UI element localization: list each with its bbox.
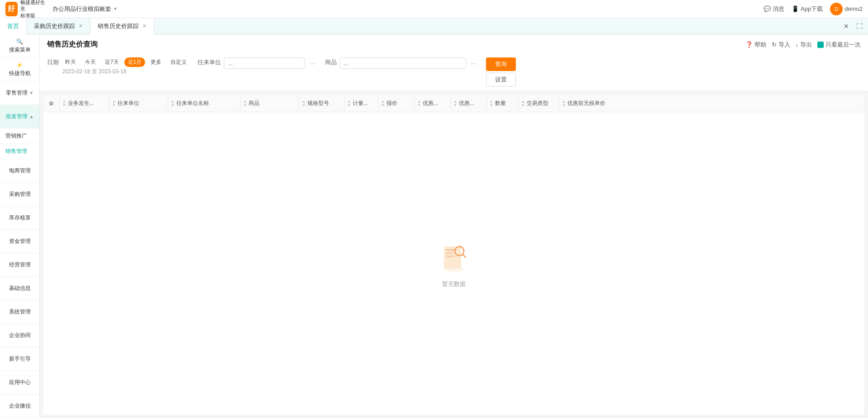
help-button[interactable]: ❓ 帮助	[745, 41, 766, 49]
export-button[interactable]: ↓ 导出	[796, 41, 812, 49]
th-qty[interactable]: ▲▼ 数量	[487, 96, 519, 111]
sidebar-item-wholesale[interactable]: 批发管理 ▲	[0, 105, 39, 128]
empty-state: 暂无数据	[43, 112, 864, 414]
product-label: 商品	[325, 57, 337, 66]
date-chips: 昨天 今天 近7天 近1月 更多 自定义	[61, 57, 190, 67]
sidebar-item-system[interactable]: 系统管理	[0, 300, 39, 324]
close-tab-purchase-icon[interactable]: ✕	[79, 23, 83, 29]
chip-7days[interactable]: 近7天	[101, 57, 123, 67]
sidebar-item-marketing[interactable]: 营销推广	[0, 128, 39, 144]
content-area: 销售历史价查询 ❓ 帮助 ↻ 导入 ↓ 导出	[40, 34, 868, 418]
logo-area: 好 畅捷通好生意 标准版	[5, 0, 45, 19]
sidebar-item-purchase[interactable]: 采购管理	[0, 183, 39, 206]
sidebar-item-basic-info[interactable]: 基础信息	[0, 277, 39, 300]
sidebar-item-quick-nav[interactable]: ⚡ 快捷导航	[0, 58, 39, 81]
empty-illustration	[436, 238, 472, 275]
sort-arrows-product: ▲▼	[243, 100, 247, 107]
tab-purchase-history[interactable]: 采购历史价跟踪 ✕	[27, 18, 90, 34]
table-header: ⚙ ▲▼ 业务发生... ▲▼ 往来单位 ▲▼ 往来单位名称 ▲▼ 商品	[43, 95, 864, 112]
import-icon: ↻	[772, 41, 777, 48]
only-last-toggle[interactable]: 只看最后一次	[817, 41, 861, 49]
app-download-button[interactable]: 📱 App下载	[792, 5, 823, 13]
sidebar-item-enterprise[interactable]: 企业协同	[0, 324, 39, 347]
page-title-row: 销售历史价查询 ❓ 帮助 ↻ 导入 ↓ 导出	[47, 40, 861, 49]
th-discount2[interactable]: ▲▼ 优惠...	[451, 96, 487, 111]
svg-point-7	[457, 248, 459, 251]
close-window-button[interactable]: ✕	[842, 21, 851, 32]
top-bar-right: 💬 消息 📱 App下载 D demo2	[764, 3, 863, 15]
avatar: D	[830, 3, 843, 15]
sort-arrows-notax-price: ▲▼	[562, 100, 566, 107]
empty-text: 暂无数据	[442, 280, 466, 288]
quick-nav-icon: ⚡	[16, 62, 23, 68]
message-button[interactable]: 💬 消息	[764, 5, 784, 13]
th-product[interactable]: ▲▼ 商品	[241, 96, 299, 111]
product-input-group: ···	[340, 57, 479, 69]
partner-input[interactable]	[224, 57, 305, 69]
filter-dates: 昨天 今天 近7天 近1月 更多 自定义 2023-02-18 至 2023-0…	[61, 57, 190, 76]
tab-bar: 首页 采购历史价跟踪 ✕ 销售历史价跟踪 ✕ ✕ ⛶	[0, 18, 868, 34]
sidebar-item-enterprise-wechat[interactable]: 企业微信	[0, 394, 39, 418]
empty-icon	[436, 238, 472, 275]
chip-1month[interactable]: 近1月	[124, 57, 146, 67]
product-input[interactable]	[340, 57, 466, 69]
maximize-button[interactable]: ⛶	[854, 21, 864, 32]
page-title: 销售历史价查询	[47, 40, 98, 49]
th-unit-name[interactable]: ▲▼ 往来单位名称	[168, 96, 241, 111]
partner-input-group: ···	[224, 57, 318, 69]
table-container: ⚙ ▲▼ 业务发生... ▲▼ 往来单位 ▲▼ 往来单位名称 ▲▼ 商品	[43, 95, 864, 414]
th-quote[interactable]: ▲▼ 报价	[378, 96, 415, 111]
sort-arrows-qty: ▲▼	[490, 100, 493, 107]
th-setting[interactable]: ⚙	[43, 97, 60, 110]
product-dots-button[interactable]: ···	[468, 59, 479, 68]
settings-button[interactable]: 设置	[486, 73, 516, 86]
partner-filter-group: 往来单位 ···	[198, 57, 318, 69]
sidebar: 🔍 搜索菜单 ⚡ 快捷导航 零售管理 ▼ 批发管理 ▲ 营销推广 销售管理 电商…	[0, 34, 40, 418]
wholesale-chevron-icon: ▲	[29, 114, 34, 119]
help-icon: ❓	[745, 41, 753, 48]
th-unit[interactable]: ▲▼ 计量...	[344, 96, 378, 111]
sort-arrows-discount2: ▲▼	[453, 100, 457, 107]
tab-actions: ✕ ⛶	[842, 21, 868, 32]
tab-sales-history[interactable]: 销售历史价跟踪 ✕	[90, 18, 154, 34]
search-menu-icon: 🔍	[16, 38, 23, 45]
chip-custom[interactable]: 自定义	[167, 57, 190, 67]
sort-arrows-unit-name: ▲▼	[171, 100, 175, 107]
sidebar-item-sales-mgmt[interactable]: 销售管理	[0, 144, 39, 159]
sidebar-item-finance[interactable]: 资金管理	[0, 230, 39, 253]
sidebar-item-operations[interactable]: 经营管理	[0, 253, 39, 277]
th-discount1[interactable]: ▲▼ 优惠...	[415, 96, 451, 111]
th-trade-type[interactable]: ▲▼ 交易类型	[519, 96, 559, 111]
chevron-down-icon: ▼	[113, 6, 118, 11]
th-notax-price[interactable]: ▲▼ 优惠前无税单价	[559, 96, 864, 111]
sidebar-item-search-menu[interactable]: 🔍 搜索菜单	[0, 34, 39, 58]
sort-arrows-unit: ▲▼	[347, 100, 351, 107]
sidebar-item-retail[interactable]: 零售管理 ▼	[0, 81, 39, 105]
th-spec[interactable]: ▲▼ 规格型号	[299, 96, 344, 111]
svg-rect-4	[446, 256, 455, 257]
close-tab-sales-icon[interactable]: ✕	[142, 23, 146, 29]
svg-rect-3	[446, 252, 454, 254]
main-layout: 🔍 搜索菜单 ⚡ 快捷导航 零售管理 ▼ 批发管理 ▲ 营销推广 销售管理 电商…	[0, 34, 868, 418]
th-unit-id[interactable]: ▲▼ 往来单位	[109, 96, 168, 111]
partner-label: 往来单位	[198, 57, 221, 66]
only-last-checkbox[interactable]	[817, 42, 824, 48]
chip-yesterday[interactable]: 昨天	[61, 57, 80, 67]
sidebar-item-app-center[interactable]: 应用中心	[0, 371, 39, 394]
import-button[interactable]: ↻ 导入	[772, 41, 790, 49]
th-date[interactable]: ▲▼ 业务发生...	[60, 96, 109, 111]
export-icon: ↓	[796, 41, 799, 48]
sidebar-item-ecommerce[interactable]: 电商管理	[0, 159, 39, 183]
sidebar-item-newbie[interactable]: 新手引导	[0, 347, 39, 371]
sort-arrows-date: ▲▼	[62, 100, 66, 107]
partner-dots-button[interactable]: ···	[307, 59, 318, 68]
app-selector[interactable]: 办公用品行业模拟账套 ▼	[49, 3, 121, 15]
sidebar-item-inventory[interactable]: 库存核算	[0, 206, 39, 230]
query-button[interactable]: 查询	[486, 57, 516, 71]
chip-more[interactable]: 更多	[147, 57, 165, 67]
settings-icon: ⚙	[49, 100, 54, 107]
date-label: 日期	[47, 57, 59, 66]
user-avatar[interactable]: D demo2	[830, 3, 863, 15]
chip-today[interactable]: 今天	[81, 57, 99, 67]
tab-home[interactable]: 首页	[0, 18, 27, 34]
